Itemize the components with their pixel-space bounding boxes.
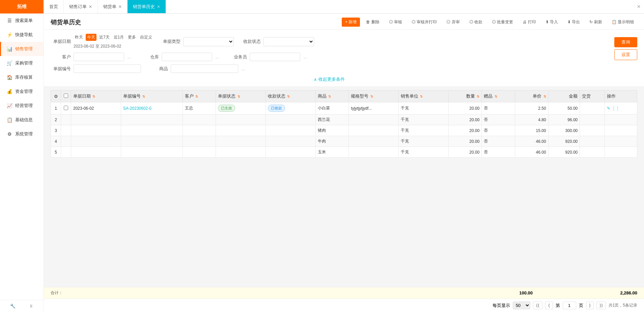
tab-home[interactable]: 首页: [44, 0, 64, 13]
row-amount: 920.00: [548, 136, 580, 147]
col-goods-label: 商品: [318, 94, 327, 99]
tab-bar-end[interactable]: ✕: [637, 4, 644, 9]
tab-sales-order[interactable]: 销售订单 ✕: [64, 0, 98, 13]
col-unit-price-header[interactable]: 单价 ⇅: [515, 90, 548, 102]
col-bill-no-header[interactable]: 单据编号 ⇅: [121, 90, 183, 102]
row-customer: 王总: [183, 102, 216, 114]
warehouse-input[interactable]: [162, 53, 212, 61]
sidebar-item-purchase[interactable]: 🛒 采购管理: [0, 56, 44, 70]
collect-status-badge: 已收款: [268, 105, 285, 112]
col-date-header[interactable]: 单据日期 ⇅: [71, 90, 121, 102]
audit-print-button[interactable]: ◎ 审核并打印: [408, 18, 440, 27]
staff-ellipsis-btn[interactable]: ...: [303, 54, 308, 60]
tab-delivery[interactable]: 销货单 ✕: [98, 0, 128, 13]
next-page-btn[interactable]: ⟩: [586, 302, 594, 309]
per-page-select[interactable]: 50 100 200: [513, 302, 530, 309]
table-row: 2西兰花千克20.00否4.8096.00: [51, 114, 637, 125]
pause-icon[interactable]: ⏸: [29, 304, 33, 309]
sidebar-item-inventory[interactable]: 🏠 库存核算: [0, 70, 44, 84]
batch-change-button[interactable]: ◎ 批量变更: [488, 18, 516, 27]
set-button[interactable]: 设置: [614, 49, 637, 60]
row-checkbox[interactable]: [61, 102, 71, 114]
col-collect-status-header[interactable]: 收款状态 ⇅: [265, 90, 315, 102]
col-bill-status-header[interactable]: 单据状态 ⇅: [216, 90, 266, 102]
show-detail-button[interactable]: 📋 显示明细: [608, 18, 637, 27]
row-checkbox[interactable]: [61, 114, 71, 125]
settings-bottom-icon[interactable]: 🔧: [10, 304, 16, 309]
date-btn-custom[interactable]: 自定义: [139, 34, 153, 41]
page-input[interactable]: [563, 302, 576, 309]
date-btn-yesterday[interactable]: 昨天: [74, 34, 84, 41]
staff-input[interactable]: [250, 53, 300, 61]
collect-status-label: 收款状态: [241, 38, 261, 45]
date-btn-7days[interactable]: 近7天: [98, 34, 111, 41]
audit-button[interactable]: ◎ 审核: [386, 18, 405, 27]
filter-customer: 客户 ...: [51, 53, 132, 61]
edit-action[interactable]: ✎: [607, 106, 610, 111]
col-amount-label: 金额: [569, 94, 578, 99]
col-settings[interactable]: ⚙: [51, 90, 61, 102]
sidebar-item-base[interactable]: 📋 基础信息: [0, 113, 44, 127]
sidebar-item-quick-nav[interactable]: ⚡ 快捷导航: [0, 28, 44, 42]
col-qty-header[interactable]: 数量 ⇅: [448, 90, 482, 102]
bill-no-input[interactable]: [74, 64, 141, 73]
bill-type-select[interactable]: [183, 37, 234, 46]
col-gift-header[interactable]: 赠品 ⇅: [482, 90, 515, 102]
row-num: 3: [51, 125, 61, 136]
goods-input[interactable]: [171, 64, 238, 73]
import-button[interactable]: ⬆ 导入: [542, 18, 561, 27]
goods-ellipsis-btn[interactable]: ...: [241, 66, 246, 72]
sidebar-item-finance[interactable]: 💰 资金管理: [0, 84, 44, 99]
refresh-button[interactable]: ↻ 刷新: [586, 18, 605, 27]
sidebar-item-operations[interactable]: 📈 经营管理: [0, 99, 44, 113]
col-gift-label: 赠品: [484, 94, 493, 99]
tab-delivery-close[interactable]: ✕: [118, 4, 122, 9]
row-goods: 玉米: [315, 147, 349, 158]
col-unit-header[interactable]: 销售单位 ⇅: [398, 90, 448, 102]
row-spec: [349, 114, 399, 125]
date-btn-more[interactable]: 更多: [127, 34, 137, 41]
row-checkbox[interactable]: [61, 125, 71, 136]
tab-sales-order-close[interactable]: ✕: [89, 4, 92, 9]
col-goods-header[interactable]: 商品 ⇅: [315, 90, 349, 102]
bill-no-link[interactable]: SA-20230602-0: [123, 106, 151, 111]
delete-button[interactable]: 🗑 删除: [363, 18, 383, 27]
row-checkbox[interactable]: [61, 147, 71, 158]
row-bill-no: [121, 125, 183, 136]
query-button[interactable]: 查询: [614, 37, 637, 47]
sidebar-item-system[interactable]: ⚙ 系统管理: [0, 127, 44, 141]
more-action[interactable]: ⋮⋮: [612, 106, 620, 111]
sidebar-item-search[interactable]: ☰ 搜索菜单: [0, 14, 44, 28]
collapse-button[interactable]: ∧ 收起更多条件: [314, 76, 345, 82]
col-customer-header[interactable]: 客户 ⇅: [183, 90, 216, 102]
tab-home-label: 首页: [49, 4, 58, 10]
last-page-btn[interactable]: ⟩⟩: [596, 302, 606, 309]
date-range-display: 2023-06-02 至 2023-06-02: [74, 44, 153, 49]
tab-delivery-history[interactable]: 销货单历史 ✕: [128, 0, 166, 13]
col-spec-header[interactable]: 规格型号 ⇅: [349, 90, 399, 102]
export-button[interactable]: ⬇ 导出: [564, 18, 583, 27]
collect-button[interactable]: ◎ 收款: [466, 18, 486, 27]
collapse-chevron-icon: ∧: [314, 77, 317, 82]
col-delivery-label: 交货: [582, 94, 591, 99]
collect-status-select[interactable]: [263, 37, 314, 46]
date-btn-1month[interactable]: 近1月: [112, 34, 125, 41]
col-customer-label: 客户: [185, 94, 194, 99]
row-checkbox[interactable]: [61, 136, 71, 147]
date-btn-today[interactable]: 今天: [86, 34, 96, 41]
warehouse-ellipsis-btn[interactable]: ...: [215, 54, 220, 60]
tab-delivery-history-close[interactable]: ✕: [157, 4, 160, 9]
pagination-bar: 每页显示 50 100 200 ⟨⟨ ⟨ 第 页 ⟩ ⟩⟩ 共1页，5条记录: [44, 298, 644, 312]
first-page-btn[interactable]: ⟨⟨: [533, 302, 542, 309]
print-button[interactable]: 🖨 打印: [519, 18, 539, 27]
abandon-button[interactable]: ◎ 弃审: [443, 18, 463, 27]
sidebar-item-sales[interactable]: 📊 销售管理: [0, 42, 44, 56]
row-gift: 否: [482, 114, 515, 125]
prev-page-btn[interactable]: ⟨: [545, 302, 553, 309]
customer-input[interactable]: [74, 53, 124, 61]
new-button[interactable]: + 新增: [342, 18, 360, 27]
settings-icon[interactable]: ⚙: [54, 94, 58, 99]
date-quick-btns: 昨天 今天 近7天 近1月 更多 自定义 2023-06-02 至 2023-0…: [74, 34, 153, 49]
customer-ellipsis-btn[interactable]: ...: [127, 54, 132, 60]
select-all-checkbox[interactable]: [64, 94, 68, 98]
